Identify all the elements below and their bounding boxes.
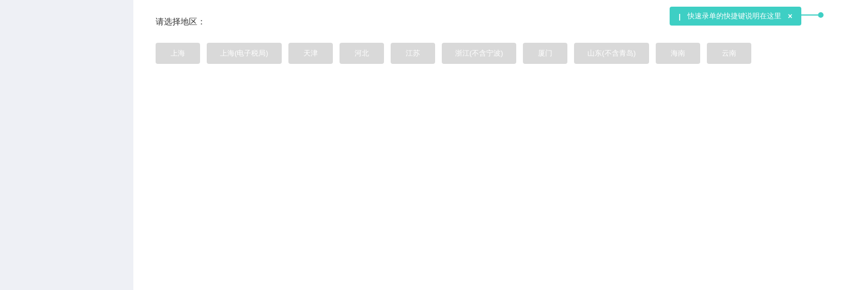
tooltip-line <box>801 14 818 16</box>
region-button-hebei[interactable]: 河北 <box>340 43 384 64</box>
region-button-jiangsu[interactable]: 江苏 <box>391 43 435 64</box>
tooltip-banner: 快速录单的快捷键说明在这里 × <box>670 7 801 26</box>
tooltip-circle <box>818 12 824 18</box>
region-button-yunnan[interactable]: 云南 <box>707 43 751 64</box>
region-button-shanghai[interactable]: 上海 <box>156 43 200 64</box>
region-button-hainan[interactable]: 海南 <box>656 43 700 64</box>
tooltip-close-button[interactable]: × <box>788 12 792 21</box>
region-button-shandong[interactable]: 山东(不含青岛) <box>574 43 649 64</box>
main-content: 请选择地区： 上海上海(电子税局)天津河北江苏浙江(不含宁波)厦门山东(不含青岛… <box>133 0 868 290</box>
region-button-shanghai-etax[interactable]: 上海(电子税局) <box>207 43 282 64</box>
region-button-xiamen[interactable]: 厦门 <box>523 43 567 64</box>
sidebar <box>0 0 133 290</box>
region-buttons: 上海上海(电子税局)天津河北江苏浙江(不含宁波)厦门山东(不含青岛)海南云南 <box>156 43 846 64</box>
region-button-zhejiang[interactable]: 浙江(不含宁波) <box>442 43 517 64</box>
tooltip-text: 快速录单的快捷键说明在这里 <box>687 11 781 21</box>
region-button-tianjin[interactable]: 天津 <box>288 43 333 64</box>
tooltip-indicator <box>801 12 824 18</box>
